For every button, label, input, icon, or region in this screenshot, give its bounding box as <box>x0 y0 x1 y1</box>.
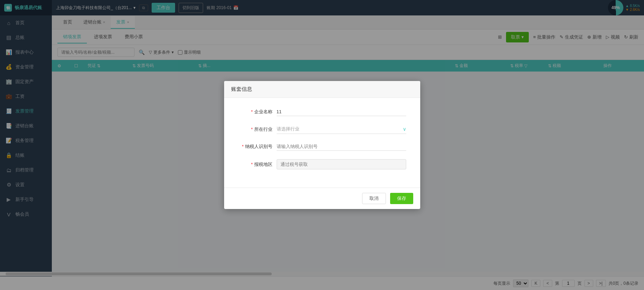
tax-region-input[interactable] <box>277 159 406 169</box>
required-mark: * <box>251 162 253 167</box>
cancel-button[interactable]: 取消 <box>362 193 386 204</box>
industry-chevron-icon: ∨ <box>403 126 406 132</box>
form-row-tax-region: * 报税地区 <box>238 159 406 169</box>
form-row-industry: * 所在行业 请选择行业 ∨ <box>238 124 406 134</box>
modal-body: * 企业名称 * 所在行业 请选择行业 ∨ * <box>224 98 420 188</box>
modal-title: 账套信息 <box>224 81 420 98</box>
industry-label: * 所在行业 <box>238 126 277 133</box>
form-row-tax-id: * 纳税人识别号 <box>238 142 406 151</box>
company-name-input[interactable] <box>277 108 406 116</box>
account-info-modal: 账套信息 * 企业名称 * 所在行业 请选择行业 ∨ <box>224 81 420 209</box>
required-mark: * <box>242 144 244 149</box>
company-name-label: * 企业名称 <box>238 109 277 115</box>
save-button[interactable]: 保存 <box>390 193 413 204</box>
tax-id-input[interactable] <box>277 142 406 151</box>
tax-id-label: * 纳税人识别号 <box>238 143 277 150</box>
form-row-company: * 企业名称 <box>238 108 406 116</box>
tax-region-label: * 报税地区 <box>238 161 277 168</box>
industry-select[interactable]: 请选择行业 ∨ <box>277 124 406 134</box>
modal-overlay: 账套信息 * 企业名称 * 所在行业 请选择行业 ∨ <box>0 0 644 290</box>
industry-select-text: 请选择行业 <box>277 126 403 132</box>
required-mark: * <box>251 109 253 114</box>
modal-footer: 取消 保存 <box>224 188 420 209</box>
required-mark: * <box>251 127 253 132</box>
